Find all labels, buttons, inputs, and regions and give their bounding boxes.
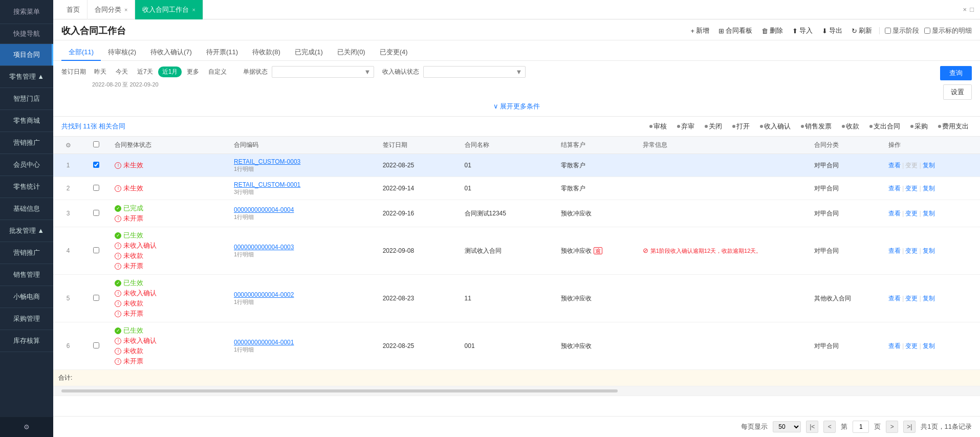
checkbox-show-detail[interactable]: 显示标的明细 xyxy=(924,26,972,35)
op-变更-1[interactable]: 变更 xyxy=(905,185,918,192)
expand-filter-btn[interactable]: ∨ 展开更多条件 xyxy=(493,103,540,110)
tab-income-contract[interactable]: 收入合同工作台 × xyxy=(135,0,203,19)
op-复制-4[interactable]: 复制 xyxy=(923,295,935,302)
toolbar-btn-add[interactable]: +新增 xyxy=(688,25,711,36)
sub-tab-completed[interactable]: 已完成(1) xyxy=(288,45,330,61)
sidebar-item-wholesale[interactable]: 批发管理 ▲ xyxy=(0,220,53,242)
set-button[interactable]: 设置 xyxy=(943,84,972,100)
code-link-2[interactable]: 0000000000004-0004 xyxy=(234,206,294,213)
code-link-5[interactable]: 0000000000004-0001 xyxy=(234,339,294,346)
input-show-detail[interactable] xyxy=(924,28,930,34)
input-show-fields[interactable] xyxy=(885,28,891,34)
op-查看-1[interactable]: 查看 xyxy=(888,185,901,192)
op-查看-2[interactable]: 查看 xyxy=(888,210,901,217)
op-查看-0[interactable]: 查看 xyxy=(888,162,901,169)
action-btn-purchase[interactable]: 采购 xyxy=(907,121,931,132)
sidebar-item-retail-stats[interactable]: 零售统计 xyxy=(0,176,53,198)
sidebar-item-inventory[interactable]: 库存核算 xyxy=(0,330,53,352)
toolbar-btn-import[interactable]: ⬆导入 xyxy=(790,25,815,36)
code-link-4[interactable]: 0000000000004-0002 xyxy=(234,291,294,298)
sidebar-item-member[interactable]: 会员中心 xyxy=(0,154,53,176)
action-btn-payment[interactable]: 收款 xyxy=(839,121,862,132)
horizontal-scrollbar[interactable] xyxy=(61,389,618,392)
action-btn-review[interactable]: 审核 xyxy=(646,121,670,132)
row-checkbox-2[interactable] xyxy=(93,210,99,216)
op-变更-5[interactable]: 变更 xyxy=(905,342,918,349)
action-btn-sales-invoice[interactable]: 销售发票 xyxy=(798,121,835,132)
date-btn-近1月[interactable]: 近1月 xyxy=(158,67,182,77)
action-btn-close[interactable]: 关闭 xyxy=(702,121,725,132)
op-复制-5[interactable]: 复制 xyxy=(923,342,935,349)
sidebar-nav[interactable]: 快捷导航 xyxy=(0,24,53,44)
op-复制-0[interactable]: 复制 xyxy=(923,162,935,169)
scroll-area[interactable] xyxy=(53,386,980,396)
row-check-5[interactable] xyxy=(83,322,110,370)
code-link-1[interactable]: RETAIL_CUSTOM-0001 xyxy=(234,181,300,188)
sidebar-item-smart-store[interactable]: 智慧门店 xyxy=(0,88,53,110)
row-checkbox-5[interactable] xyxy=(93,342,99,348)
sidebar-item-basic-info[interactable]: 基础信息 xyxy=(0,198,53,220)
row-checkbox-1[interactable] xyxy=(93,185,99,191)
tab-close-contract-category[interactable]: × xyxy=(124,7,127,13)
sub-tab-all[interactable]: 全部(11) xyxy=(61,45,101,61)
sub-tab-pending-income-confirm[interactable]: 待收入确认(7) xyxy=(143,45,199,61)
row-check-1[interactable] xyxy=(83,177,110,200)
checkbox-show-fields[interactable]: 显示阶段 xyxy=(885,26,919,35)
op-变更-4[interactable]: 变更 xyxy=(905,295,918,302)
action-btn-print[interactable]: 打开 xyxy=(729,121,753,132)
op-查看-4[interactable]: 查看 xyxy=(888,295,901,302)
sidebar-item-retail-mall[interactable]: 零售商城 xyxy=(0,110,53,132)
sidebar-item-retail[interactable]: 零售管理 ▲ xyxy=(0,66,53,88)
op-复制-3[interactable]: 复制 xyxy=(923,247,935,254)
income-confirm-select[interactable]: ▼ xyxy=(423,66,526,78)
row-checkbox-4[interactable] xyxy=(93,295,99,301)
op-变更-2[interactable]: 变更 xyxy=(905,210,918,217)
row-check-2[interactable] xyxy=(83,200,110,227)
action-btn-fee-out[interactable]: 费用支出 xyxy=(935,121,972,132)
row-check-0[interactable] xyxy=(83,154,110,177)
th-settings[interactable]: ⚙ xyxy=(53,137,83,154)
code-link-0[interactable]: RETAIL_CUSTOM-0003 xyxy=(234,158,300,165)
code-link-3[interactable]: 0000000000004-0003 xyxy=(234,244,294,251)
page-number-input[interactable] xyxy=(853,421,869,433)
toolbar-btn-delete[interactable]: 🗑删除 xyxy=(759,25,785,36)
sub-tab-closed[interactable]: 已关闭(0) xyxy=(330,45,373,61)
sub-tab-pending-review[interactable]: 待审核(2) xyxy=(101,45,143,61)
doc-status-select[interactable]: ▼ xyxy=(272,66,374,78)
action-btn-abandon[interactable]: 弃审 xyxy=(674,121,698,132)
sidebar-item-purchase[interactable]: 采购管理 xyxy=(0,308,53,330)
row-checkbox-0[interactable] xyxy=(93,162,99,168)
sub-tab-changed[interactable]: 已变更(4) xyxy=(373,45,415,61)
tab-contract-category[interactable]: 合同分类 × xyxy=(88,0,135,19)
op-复制-1[interactable]: 复制 xyxy=(923,185,935,192)
gear-icon[interactable]: ⚙ xyxy=(0,417,53,437)
row-check-4[interactable] xyxy=(83,275,110,322)
op-查看-3[interactable]: 查看 xyxy=(888,247,901,254)
op-变更-3[interactable]: 变更 xyxy=(905,247,918,254)
sidebar-item-sales-mgmt[interactable]: 销售管理 xyxy=(0,264,53,286)
date-btn-自定义[interactable]: 自定义 xyxy=(204,67,231,77)
date-btn-更多[interactable]: 更多 xyxy=(183,67,203,77)
first-page-btn[interactable]: |< xyxy=(806,421,818,433)
sidebar-search[interactable]: 搜索菜单 xyxy=(0,0,53,24)
next-page-btn[interactable]: > xyxy=(886,421,898,433)
toolbar-btn-export[interactable]: ⬇导出 xyxy=(820,25,844,36)
action-btn-income-confirm[interactable]: 收入确认 xyxy=(757,121,794,132)
page-size-select[interactable]: 50 100 200 xyxy=(773,421,801,432)
date-btn-昨天[interactable]: 昨天 xyxy=(90,67,111,77)
select-all-checkbox[interactable] xyxy=(93,141,99,147)
sub-tab-pending-payment[interactable]: 待收款(8) xyxy=(245,45,288,61)
date-btn-今天[interactable]: 今天 xyxy=(112,67,132,77)
window-resize-btn[interactable]: □ xyxy=(970,6,974,13)
th-checkbox[interactable] xyxy=(83,137,110,154)
row-checkbox-3[interactable] xyxy=(93,247,99,253)
query-button[interactable]: 查询 xyxy=(940,66,972,80)
sidebar-item-mkt-promo[interactable]: 营销推广 xyxy=(0,242,53,264)
date-btn-近7天[interactable]: 近7天 xyxy=(133,67,157,77)
tab-close-income-contract[interactable]: × xyxy=(192,7,195,13)
toolbar-btn-refresh[interactable]: ↻刷新 xyxy=(850,25,874,36)
sidebar-item-project[interactable]: 项目合同 xyxy=(0,44,53,66)
last-page-btn[interactable]: >| xyxy=(903,421,916,433)
prev-page-btn[interactable]: < xyxy=(823,421,836,433)
row-check-3[interactable] xyxy=(83,227,110,275)
